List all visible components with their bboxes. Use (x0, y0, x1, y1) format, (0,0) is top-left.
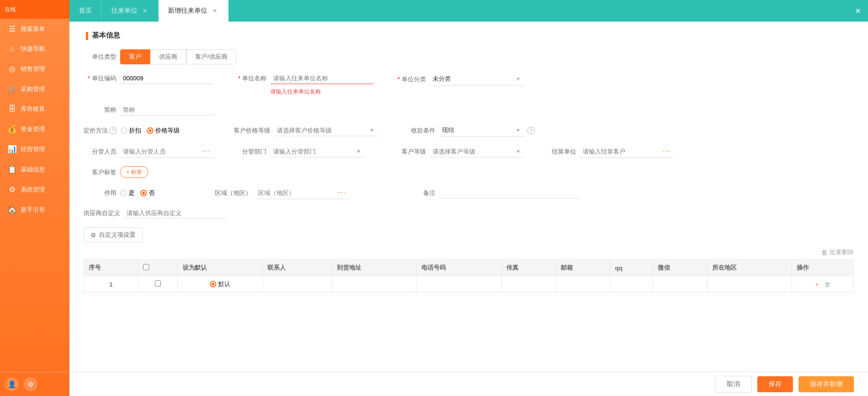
search-menu-icon: ☰ (8, 24, 17, 33)
disabled-no[interactable]: 否 (140, 189, 155, 197)
tab-bar: 首页 往来单位 ✕ 新增往来单位 ✕ ✕ (69, 0, 868, 22)
radio-discount[interactable]: 折扣 (121, 126, 141, 135)
delete-row-btn[interactable]: 🗑 (824, 281, 830, 288)
pricing-help-icon[interactable]: ? (109, 127, 117, 134)
contacts-table: 序号 设为默认 联系人 到货地址 电话号码 传真 邮箱 qq 微信 所在地区 操… (84, 259, 854, 293)
pricing-radio-group: 折扣 价格等级 (121, 126, 180, 135)
region-more-btn[interactable]: ··· (337, 188, 346, 197)
sidebar-item-label: 新手引导 (21, 206, 45, 214)
sidebar-item-operations[interactable]: 📊 经营管理 (0, 139, 69, 159)
radio-price-level[interactable]: 价格等级 (147, 126, 180, 135)
tab-partners-close[interactable]: ✕ (141, 7, 149, 15)
short-name-input[interactable] (120, 104, 214, 116)
sidebar-item-quick-nav[interactable]: ⌂ 快捷导航 (0, 39, 69, 59)
disabled-yes[interactable]: 是 (120, 189, 135, 197)
payment-terms-select[interactable]: 现结 ▼ (439, 124, 524, 137)
customer-level-select[interactable]: ▼ (430, 146, 524, 157)
region-input[interactable] (258, 189, 337, 196)
sidebar-item-system[interactable]: ⚙ 系统管理 (0, 179, 69, 200)
disabled-yes-circle (120, 190, 127, 196)
unit-category-select[interactable]: 未分类 ▼ (430, 73, 524, 85)
cancel-button[interactable]: 取消 (715, 376, 752, 393)
sidebar-logo: 在线 (0, 0, 69, 19)
table-header-row: 序号 设为默认 联系人 到货地址 电话号码 传真 邮箱 qq 微信 所在地区 操… (84, 260, 854, 276)
manager-more-btn[interactable]: ··· (202, 147, 211, 155)
sidebar-item-label: 搜索菜单 (21, 25, 45, 33)
customer-price-select[interactable]: ▼ (274, 125, 377, 136)
sidebar-user-btn[interactable]: 👤 (5, 377, 19, 391)
select-all-checkbox[interactable] (143, 264, 149, 270)
tab-partners[interactable]: 往来单位 ✕ (102, 0, 159, 22)
customer-level-field: 客户等级 ▼ (393, 146, 543, 157)
remark-input[interactable] (442, 189, 577, 196)
batch-delete-label[interactable]: 批量删除 (830, 248, 854, 256)
type-btn-customer[interactable]: 客户 (120, 49, 150, 64)
settings-btn-label: 自定义项设置 (99, 231, 136, 239)
sidebar-item-label: 基础信息 (21, 165, 45, 174)
col-fax: 传真 (501, 260, 556, 276)
tab-home-label: 首页 (79, 7, 92, 15)
tags-field: 客户标签 + 标签 (84, 166, 854, 178)
sidebar-item-sales[interactable]: ◎ 销售管理 (0, 59, 69, 79)
department-input[interactable] (273, 148, 356, 155)
manager-input[interactable] (123, 148, 202, 155)
add-row-btn[interactable]: + (815, 281, 819, 288)
system-icon: ⚙ (8, 185, 17, 194)
add-tag-btn[interactable]: + 标签 (120, 166, 148, 178)
sidebar-item-finance[interactable]: 💰 资金管理 (0, 119, 69, 139)
type-btn-supplier[interactable]: 供应商 (150, 49, 186, 64)
department-select[interactable]: ▼ (270, 146, 364, 157)
section-title: ▐ 基本信息 (84, 31, 854, 40)
payment-terms-arrow: ▼ (516, 127, 521, 133)
unit-name-field: 单位名称 请输入往来单位名称 (234, 73, 393, 96)
settlement-input[interactable] (583, 148, 662, 155)
sidebar-settings-btn[interactable]: ⚙ (23, 377, 38, 391)
sidebar-item-label: 系统管理 (21, 186, 45, 194)
sidebar-item-inventory[interactable]: 🗄 库存核算 (0, 99, 69, 119)
tab-home[interactable]: 首页 (69, 0, 102, 22)
disabled-radio-group: 是 否 (120, 189, 155, 197)
tab-new-partner-close[interactable]: ✕ (211, 7, 219, 15)
disabled-region-row: 停用 是 否 区域（地区） ··· (84, 186, 854, 199)
unit-code-input[interactable] (120, 73, 214, 84)
save-new-button[interactable]: 保存并新增 (799, 376, 854, 392)
unit-code-label: 单位编码 (84, 74, 116, 83)
row-default-radio[interactable]: 默认 (183, 280, 257, 288)
sidebar-item-guide[interactable]: 🏠 新手引导 (0, 200, 69, 220)
row-email (556, 276, 610, 293)
supplier-custom-label: 供应商自定义 (84, 209, 120, 217)
sales-icon: ◎ (8, 64, 17, 73)
save-button[interactable]: 保存 (757, 376, 793, 392)
disabled-field: 停用 是 否 (84, 189, 215, 197)
customer-price-input[interactable] (277, 127, 369, 134)
batch-delete-icon: 🗑 (821, 248, 828, 256)
supplier-custom-input[interactable] (124, 208, 227, 219)
sidebar-item-label: 库存核算 (21, 105, 45, 113)
purchase-icon: 🛒 (8, 85, 17, 93)
row-checkbox[interactable] (155, 280, 161, 287)
operations-icon: 📊 (8, 145, 17, 154)
settlement-label: 结算单位 (543, 148, 576, 156)
col-wechat: 微信 (653, 260, 707, 276)
sidebar-item-basic-info[interactable]: 📋 基础信息 (0, 159, 69, 179)
col-checkbox (138, 260, 178, 276)
payment-help-icon[interactable]: ? (527, 127, 535, 134)
remark-input-wrap (439, 187, 580, 199)
radio-price-level-label: 价格等级 (155, 126, 180, 135)
unit-name-input[interactable] (270, 73, 373, 84)
basic-info-icon: 📋 (8, 165, 17, 174)
sidebar-item-purchase[interactable]: 🛒 采购管理 (0, 79, 69, 99)
tab-new-partner[interactable]: 新增往来单位 ✕ (159, 0, 228, 22)
customer-level-input[interactable] (433, 148, 516, 155)
type-btn-both[interactable]: 客户/供应商 (186, 49, 236, 64)
pricing-row: 定价方法 ? 折扣 价格等级 客户价格等级 (84, 124, 854, 137)
sidebar-bottom: 👤 ⚙ (0, 372, 69, 396)
region-input-wrap: ··· (255, 186, 349, 199)
tab-partners-label: 往来单位 (111, 7, 137, 15)
settlement-more-btn[interactable]: ··· (662, 147, 671, 155)
window-close-btn[interactable]: ✕ (855, 7, 861, 16)
disabled-no-circle (140, 190, 147, 196)
sidebar-item-search[interactable]: ☰ 搜索菜单 (0, 19, 69, 39)
custom-settings-btn[interactable]: ⚙ 自定义项设置 (84, 227, 143, 242)
tags-row: 客户标签 + 标签 (84, 166, 854, 178)
